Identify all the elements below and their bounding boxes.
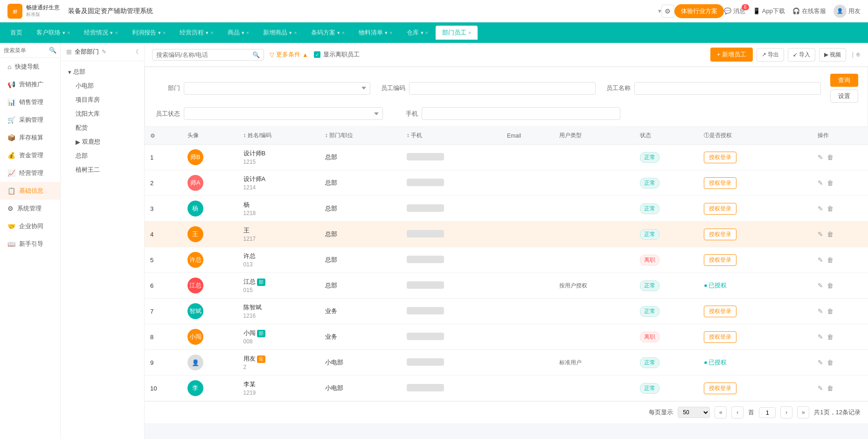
tab-close-icon[interactable]: × bbox=[468, 30, 471, 35]
dept-item-distribution[interactable]: 配货 bbox=[66, 121, 144, 135]
sidebar-item-marketing[interactable]: 📢 营销推广 bbox=[0, 76, 60, 93]
sidebar-item-basicinfo[interactable]: 📋 基础信息 bbox=[0, 182, 60, 200]
col-settings[interactable]: ⚙ bbox=[145, 127, 182, 145]
delete-icon[interactable]: 🗑 bbox=[827, 307, 833, 315]
tab-home[interactable]: 首页 bbox=[4, 26, 29, 40]
dept-item-project[interactable]: 项目库房 bbox=[66, 93, 144, 107]
tab-close-icon[interactable]: × bbox=[389, 30, 392, 35]
employee-search-input[interactable] bbox=[156, 51, 250, 58]
tab-close-icon[interactable]: × bbox=[425, 30, 428, 35]
emp-status-select[interactable] bbox=[184, 107, 383, 120]
app-download-button[interactable]: 📱 App下载 bbox=[753, 7, 785, 15]
tab-bom[interactable]: 物料清单▾× bbox=[352, 26, 399, 40]
more-conditions-button[interactable]: ▽ 更多条件 ▲ bbox=[270, 50, 308, 59]
delete-icon[interactable]: 🗑 bbox=[827, 179, 833, 187]
edit-icon[interactable]: ✎ bbox=[818, 282, 823, 289]
delete-icon[interactable]: 🗑 bbox=[827, 333, 833, 341]
settings-button[interactable]: ⚙ bbox=[661, 5, 674, 18]
sidebar-item-purchase[interactable]: 🛒 采购管理 bbox=[0, 111, 60, 129]
edit-icon[interactable]: ✎ bbox=[818, 153, 823, 161]
dept-select[interactable] bbox=[184, 82, 370, 95]
auth-login-button[interactable]: 授权登录 bbox=[704, 254, 736, 266]
query-button[interactable]: 查询 bbox=[830, 74, 858, 87]
message-button[interactable]: 💬 消息 6 bbox=[724, 7, 745, 15]
tab-close-icon[interactable]: × bbox=[246, 30, 249, 35]
tab-close-icon[interactable]: × bbox=[210, 30, 213, 35]
sidebar-item-quicknav[interactable]: ⌂ 快捷导航 bbox=[0, 58, 60, 76]
col-name[interactable]: ↕ 姓名/编码 bbox=[238, 127, 319, 145]
sidebar-item-collab[interactable]: 🤝 企业协同 bbox=[0, 217, 60, 235]
edit-icon[interactable]: ✎ bbox=[818, 384, 823, 392]
page-number-input[interactable] bbox=[759, 407, 776, 418]
edit-dept-icon[interactable]: ✎ bbox=[102, 49, 106, 55]
export-button[interactable]: ↗ 导出 bbox=[757, 48, 784, 62]
edit-icon[interactable]: ✎ bbox=[818, 256, 823, 264]
prev-page-button[interactable]: ‹ bbox=[731, 406, 743, 418]
dept-item-zhishu[interactable]: 植树王二 bbox=[66, 163, 144, 177]
sidebar-search-input[interactable] bbox=[4, 47, 46, 54]
auth-login-button[interactable]: 授权登录 bbox=[704, 383, 736, 394]
delete-icon[interactable]: 🗑 bbox=[827, 282, 833, 289]
import-button[interactable]: ↙ 导入 bbox=[788, 48, 815, 62]
sidebar-item-guide[interactable]: 📖 新手引导 bbox=[0, 235, 60, 253]
sidebar-item-bizmanage[interactable]: 📈 经营管理 bbox=[0, 164, 60, 182]
emp-name-input[interactable] bbox=[634, 82, 821, 95]
auth-login-button[interactable]: 授权登录 bbox=[704, 229, 736, 240]
emp-code-input[interactable] bbox=[409, 82, 596, 95]
sidebar-item-finance[interactable]: 💰 资金管理 bbox=[0, 146, 60, 164]
tab-close-icon[interactable]: × bbox=[115, 30, 118, 35]
add-employee-button[interactable]: + 新增员工 bbox=[710, 48, 753, 62]
delete-icon[interactable]: 🗑 bbox=[827, 205, 833, 212]
tab-operation[interactable]: 经营情况▾× bbox=[77, 26, 124, 40]
tab-close-icon[interactable]: × bbox=[163, 30, 166, 35]
delete-icon[interactable]: 🗑 bbox=[827, 153, 833, 161]
tab-warehouse[interactable]: 仓库▾× bbox=[400, 26, 435, 40]
auth-login-button[interactable]: 授权登录 bbox=[704, 306, 736, 317]
edit-icon[interactable]: ✎ bbox=[818, 333, 823, 341]
dropdown-arrow-icon[interactable]: ▾ bbox=[658, 7, 661, 14]
edit-icon[interactable]: ✎ bbox=[818, 179, 823, 187]
delete-icon[interactable]: 🗑 bbox=[827, 256, 833, 264]
auth-login-button[interactable]: 授权登录 bbox=[704, 203, 736, 215]
tab-customer[interactable]: 客户联络▾× bbox=[30, 26, 76, 40]
last-page-button[interactable]: » bbox=[797, 406, 809, 418]
video-button[interactable]: ▶ 视频 bbox=[819, 48, 846, 62]
per-page-select[interactable]: 50 20 100 bbox=[678, 407, 710, 418]
sidebar-item-sales[interactable]: 📊 销售管理 bbox=[0, 93, 60, 111]
collapse-icon[interactable]: 《 bbox=[133, 48, 139, 56]
auth-login-button[interactable]: 授权登录 bbox=[704, 177, 736, 189]
dept-item-xiaodibu[interactable]: 小电部 bbox=[66, 79, 144, 93]
dept-item-zongbu[interactable]: 总部 bbox=[66, 149, 144, 163]
edit-icon[interactable]: ✎ bbox=[818, 205, 823, 212]
try-industry-button[interactable]: 体验行业方案 bbox=[674, 4, 724, 18]
sidebar-item-inventory[interactable]: 📦 库存核算 bbox=[0, 129, 60, 146]
tab-close-icon[interactable]: × bbox=[342, 30, 345, 35]
tab-profit[interactable]: 利润报告▾× bbox=[125, 26, 172, 40]
auth-login-button[interactable]: 授权登录 bbox=[704, 152, 736, 163]
auth-login-button[interactable]: 授权登录 bbox=[704, 331, 736, 343]
filter-settings-button[interactable]: 设置 bbox=[830, 90, 858, 103]
more-actions-icon[interactable]: ｜⊕ bbox=[850, 50, 861, 59]
delete-icon[interactable]: 🗑 bbox=[827, 359, 833, 366]
tab-barcode[interactable]: 条码方案▾× bbox=[305, 26, 351, 40]
dept-item-general[interactable]: ▾ 总部 bbox=[61, 65, 144, 79]
tab-add-product[interactable]: 新增商品▾× bbox=[257, 26, 303, 40]
col-phone[interactable]: ↕ 手机 bbox=[401, 127, 501, 145]
show-resigned-toggle[interactable]: ✓ 显示离职员工 bbox=[314, 50, 360, 59]
user-menu-button[interactable]: 👤 用友 bbox=[833, 5, 861, 18]
sidebar-item-system[interactable]: ⚙ 系统管理 bbox=[0, 200, 60, 217]
edit-icon[interactable]: ✎ bbox=[818, 307, 823, 315]
tab-close-icon[interactable]: × bbox=[294, 30, 297, 35]
first-page-button[interactable]: « bbox=[715, 406, 727, 418]
dept-item-shuanglu[interactable]: ▶ 双鹿想 bbox=[66, 135, 144, 149]
tab-close-icon[interactable]: × bbox=[67, 30, 70, 35]
phone-input[interactable] bbox=[422, 107, 621, 120]
tab-history[interactable]: 经营历程▾× bbox=[173, 26, 220, 40]
dept-item-shenyang[interactable]: 沈阳大库 bbox=[66, 107, 144, 121]
next-page-button[interactable]: › bbox=[780, 406, 792, 418]
edit-icon[interactable]: ✎ bbox=[818, 359, 823, 366]
tab-department[interactable]: 部门员工× bbox=[436, 26, 478, 40]
delete-icon[interactable]: 🗑 bbox=[827, 384, 833, 392]
delete-icon[interactable]: 🗑 bbox=[827, 230, 833, 238]
edit-icon[interactable]: ✎ bbox=[818, 230, 823, 238]
